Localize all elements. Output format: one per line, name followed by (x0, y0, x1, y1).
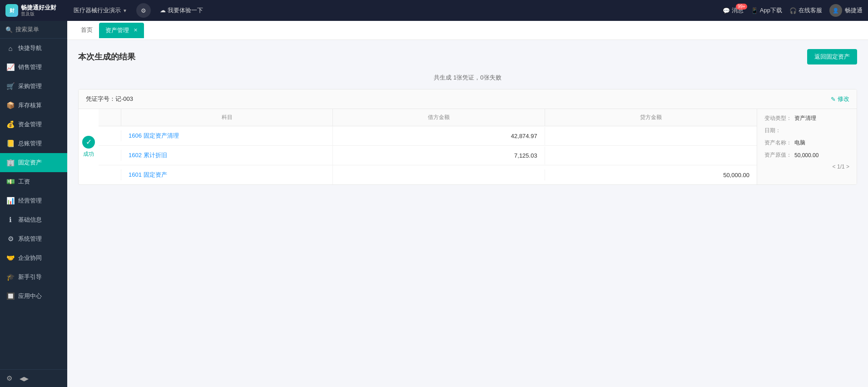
app-download-button[interactable]: 📱 App下载 (751, 6, 782, 15)
edit-button[interactable]: ✎ 修改 (831, 95, 849, 103)
home-icon: ⌂ (6, 44, 15, 52)
operations-icon: 📊 (6, 197, 15, 205)
headset-icon: 🎧 (789, 7, 797, 14)
row2-debit: 7,125.03 (333, 147, 545, 164)
download-icon: 📱 (751, 7, 758, 14)
row1-credit (545, 130, 757, 141)
voucher-card: 凭证字号：记-003 ✎ 修改 ✓ 成功 (78, 89, 857, 185)
sidebar: 🔍 搜索菜单 ⌂ 快捷导航 📈 销售管理 🛒 采购管理 📦 库存核算 💰 资金管… (0, 21, 67, 387)
username: 畅捷通 (845, 6, 863, 15)
gear-icon: ⚙ (141, 7, 146, 14)
edit-icon: ✎ (831, 96, 836, 103)
asset-name-value: 电脑 (794, 139, 805, 147)
sidebar-item-funds[interactable]: 💰 资金管理 (0, 115, 67, 134)
sidebar-item-label: 新手引导 (18, 273, 42, 281)
table-row: 1601 固定资产 50,000.00 (99, 165, 757, 184)
customer-service-label: 在线客服 (799, 6, 822, 15)
app-title: 畅捷通好业财 (21, 4, 56, 11)
app-download-label: App下载 (760, 6, 782, 15)
experience-label: ☁ 我要体验一下 (160, 6, 203, 15)
sidebar-item-guide[interactable]: 🎓 新手引导 (0, 268, 67, 287)
system-icon: ⚙ (6, 235, 15, 243)
page-content: 本次生成的结果 返回固定资产 共生成 1张凭证，0张失败 凭证字号：记-003 … (67, 40, 868, 387)
sidebar-item-quick-nav[interactable]: ⌂ 快捷导航 (0, 39, 67, 58)
table-main: 科目 借方金额 贷方金额 1606 固定资产清理 42,874.97 (99, 109, 757, 184)
sidebar-item-fixed-assets[interactable]: 🏢 固定资产 (0, 153, 67, 172)
sidebar-item-label: 快捷导航 (18, 44, 42, 52)
row2-credit (545, 150, 757, 161)
change-type-value: 资产清理 (794, 114, 816, 122)
avatar: 👤 (829, 4, 842, 17)
voucher-number: 凭证字号：记-003 (86, 95, 133, 103)
page-title-row: 本次生成的结果 返回固定资产 (78, 49, 857, 64)
page-title: 本次生成的结果 (78, 51, 135, 62)
table-row: 1602 累计折旧 7,125.03 (99, 146, 757, 165)
sidebar-item-label: 固定资产 (18, 159, 42, 167)
sidebar-item-system[interactable]: ⚙ 系统管理 (0, 229, 67, 248)
sidebar-item-label: 工资 (18, 178, 30, 186)
settings-bottom-icon[interactable]: ⚙ (6, 374, 12, 382)
user-area[interactable]: 👤 畅捷通 (829, 4, 863, 17)
sidebar-item-purchase[interactable]: 🛒 采购管理 (0, 77, 67, 96)
sidebar-item-salary[interactable]: 💵 工资 (0, 172, 67, 191)
sidebar-item-label: 经营管理 (18, 197, 42, 205)
customer-service-button[interactable]: 🎧 在线客服 (789, 6, 822, 15)
sidebar-item-ledger[interactable]: 📒 总账管理 (0, 134, 67, 153)
sidebar-item-sales[interactable]: 📈 销售管理 (0, 58, 67, 77)
row2-empty (99, 150, 121, 161)
search-menu[interactable]: 🔍 搜索菜单 (0, 21, 67, 39)
sidebar-item-basic-info[interactable]: ℹ 基础信息 (0, 210, 67, 229)
experience-button[interactable]: ☁ 我要体验一下 (156, 5, 207, 16)
next-page-icon[interactable]: > (846, 164, 849, 170)
app-center-icon: 🔲 (6, 292, 15, 300)
sidebar-item-inventory[interactable]: 📦 库存核算 (0, 96, 67, 115)
sidebar-item-label: 系统管理 (18, 235, 42, 243)
sidebar-item-operations[interactable]: 📊 经营管理 (0, 191, 67, 210)
row3-credit: 50,000.00 (545, 166, 757, 184)
messages-button[interactable]: 💬 消息 99+ (723, 6, 744, 15)
success-circle: ✓ (82, 136, 95, 149)
tab-close-icon[interactable]: ✕ (134, 27, 138, 33)
ledger-icon: 📒 (6, 139, 15, 148)
row1-debit: 42,874.97 (333, 127, 545, 145)
tab-home[interactable]: 首页 (74, 21, 99, 40)
asset-name-label: 资产名称： (764, 139, 792, 147)
messages-badge: 99+ (736, 4, 747, 10)
return-button[interactable]: 返回固定资产 (807, 49, 857, 64)
tab-asset-mgmt[interactable]: 资产管理 ✕ (99, 23, 144, 38)
sidebar-item-label: 库存核算 (18, 101, 42, 109)
tab-bar: 首页 资产管理 ✕ (67, 21, 868, 40)
collapse-icon[interactable]: ◀▶ (20, 375, 29, 382)
row3-empty (99, 169, 121, 180)
header-right: 💬 消息 99+ 📱 App下载 🎧 在线客服 👤 畅捷通 (723, 4, 863, 17)
row3-subject[interactable]: 1601 固定资产 (121, 165, 333, 184)
company-name: 医疗器械行业演示 (74, 6, 121, 15)
company-selector[interactable]: 医疗器械行业演示 ▼ (70, 5, 131, 16)
sidebar-item-label: 应用中心 (18, 292, 42, 300)
date-row: 日期： (764, 127, 849, 134)
col-debit: 借方金额 (333, 109, 545, 126)
voucher-table: ✓ 成功 科目 借方金额 贷方金额 (79, 109, 857, 184)
sidebar-item-app-center[interactable]: 🔲 应用中心 (0, 287, 67, 306)
row1-empty (99, 130, 121, 141)
sidebar-item-label: 销售管理 (18, 63, 42, 71)
salary-icon: 💵 (6, 178, 15, 186)
asset-name-row: 资产名称： 电脑 (764, 139, 849, 147)
funds-icon: 💰 (6, 120, 15, 129)
status-cell: ✓ 成功 (79, 109, 99, 184)
chevron-down-icon: ▼ (123, 8, 127, 13)
row3-debit (333, 169, 545, 180)
sidebar-item-label: 总账管理 (18, 139, 42, 148)
prev-page-icon[interactable]: < (833, 164, 836, 170)
side-panel-pagination: < 1/1 > (764, 164, 849, 170)
row1-subject[interactable]: 1606 固定资产清理 (121, 126, 333, 145)
settings-icon-button[interactable]: ⚙ (136, 3, 151, 18)
message-icon: 💬 (723, 7, 730, 14)
pagination-info: 1/1 (837, 164, 846, 170)
voucher-header: 凭证字号：记-003 ✎ 修改 (79, 89, 857, 109)
enterprise-icon: 🤝 (6, 254, 15, 262)
sidebar-item-enterprise[interactable]: 🤝 企业协同 (0, 248, 67, 268)
sidebar-item-label: 采购管理 (18, 82, 42, 90)
row2-subject[interactable]: 1602 累计折旧 (121, 146, 333, 165)
logo-area: 财 畅捷通好业财 普及版 (5, 4, 64, 17)
